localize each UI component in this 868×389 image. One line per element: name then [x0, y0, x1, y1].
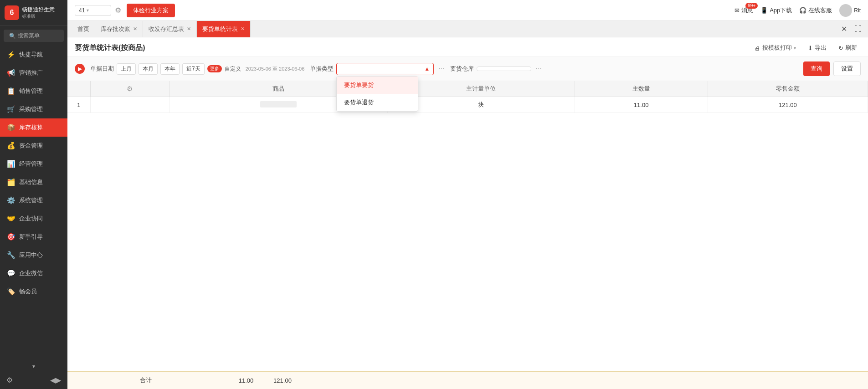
sidebar-item-guide[interactable]: 🎯新手引导 — [0, 228, 67, 246]
settings-icon[interactable]: ⚙ — [6, 376, 13, 384]
refresh-btn[interactable]: ↻ 刷新 — [835, 42, 861, 54]
more-date-badge[interactable]: 更多 — [207, 65, 222, 72]
print-chevron-icon: ▾ — [794, 46, 796, 51]
footer-label: 合计 — [118, 376, 173, 384]
app-logo-icon: 6 — [5, 5, 19, 20]
sidebar-item-label: 企业微信 — [19, 269, 43, 277]
app-download-btn[interactable]: 📱 App下载 — [760, 6, 792, 15]
doc-type-chevron-icon[interactable]: ▲ — [421, 66, 433, 72]
tab-receive-summary[interactable]: 收发存汇总表✕ — [143, 21, 197, 37]
sidebar-item-operations[interactable]: 📊经营管理 — [0, 155, 67, 173]
warehouse-filter-group: 要货仓库 ··· — [450, 65, 542, 73]
collapse-icon[interactable]: ◀▶ — [50, 376, 61, 384]
topbar-right: ✉ 消息 99+ 📱 App下载 🎧 在线客服 Rit — [734, 4, 861, 17]
topbar-settings-icon[interactable]: ⚙ — [115, 6, 121, 15]
filter-more-icon[interactable]: ··· — [438, 65, 444, 73]
col-amount: 零售金额 — [708, 81, 868, 97]
member-icon: 🏷️ — [6, 287, 15, 296]
sidebar-footer: ⚙ ◀▶ — [0, 371, 67, 389]
dropdown-option-return[interactable]: 要货单退货 — [337, 94, 418, 111]
sidebar-item-marketing[interactable]: 📢营销推广 — [0, 64, 67, 82]
settings-button[interactable]: 设置 — [833, 61, 861, 76]
print-btn[interactable]: 🖨 按模板打印 ▾ — [751, 42, 800, 54]
download-icon: 📱 — [760, 7, 768, 14]
tab-label: 库存批次账 — [101, 25, 130, 33]
online-service-btn[interactable]: 🎧 在线客服 — [799, 6, 832, 15]
message-btn[interactable]: ✉ 消息 99+ — [734, 6, 753, 15]
data-table: ⚙商品主计量单位主数量零售金额 1 块 11.00 121.00 — [67, 81, 868, 113]
message-badge: 99+ — [745, 3, 758, 9]
company-selector[interactable]: 41 ▾ — [75, 5, 111, 16]
last-7-days-btn[interactable]: 近7天 — [182, 63, 205, 75]
sidebar-item-sales[interactable]: 📋销售管理 — [0, 82, 67, 100]
trial-button[interactable]: 体验行业方案 — [127, 4, 175, 17]
filter-expand-btn[interactable]: ▶ — [75, 64, 85, 74]
tab-home[interactable]: 首页 — [72, 21, 95, 37]
row-index: 1 — [67, 97, 90, 113]
sidebar-item-label: 快捷导航 — [19, 51, 43, 59]
sidebar-item-member[interactable]: 🏷️畅会员 — [0, 282, 67, 301]
sidebar-item-label: 经营管理 — [19, 160, 43, 168]
tabbar-actions: ✕ ⛶ — [839, 24, 863, 34]
query-button[interactable]: 查询 — [803, 61, 830, 76]
last-month-btn[interactable]: 上月 — [117, 63, 136, 75]
sidebar-item-system[interactable]: ⚙️系统管理 — [0, 191, 67, 210]
expand-btn[interactable]: ⛶ — [853, 24, 863, 34]
tab-batch-account[interactable]: 库存批次账✕ — [95, 21, 143, 37]
guide-icon: 🎯 — [6, 232, 15, 241]
wechat-icon: 💬 — [6, 269, 15, 278]
date-range-display: 2023-05-06 至 2023-06-06 — [246, 66, 305, 72]
col-index — [67, 81, 90, 97]
table-header-row: ⚙商品主计量单位主数量零售金额 — [67, 81, 868, 97]
sidebar-scroll-down[interactable]: ▼ — [0, 362, 67, 371]
tab-order-stats[interactable]: 要货单统计表✕ — [197, 21, 251, 37]
tab-close-icon[interactable]: ✕ — [133, 26, 137, 32]
sidebar: 6 畅捷通好生意 标准版 🔍 搜索菜单 ⚡快捷导航📢营销推广📋销售管理🛒采购管理… — [0, 0, 67, 389]
this-month-btn[interactable]: 本月 — [139, 63, 158, 75]
sidebar-item-label: 企业协同 — [19, 215, 43, 223]
sidebar-item-enterprise[interactable]: 🤝企业协同 — [0, 210, 67, 228]
table-footer: 合计 11.00 121.00 — [67, 371, 868, 389]
export-btn[interactable]: ⬇ 导出 — [804, 42, 830, 54]
message-icon: ✉ — [734, 7, 740, 14]
sidebar-item-wechat[interactable]: 💬企业微信 — [0, 264, 67, 282]
table-row: 1 块 11.00 121.00 — [67, 97, 868, 113]
quick-nav-icon: ⚡ — [6, 50, 15, 59]
date-label: 单据日期 — [90, 65, 114, 73]
doc-type-input[interactable] — [337, 63, 421, 75]
tab-close-icon[interactable]: ✕ — [241, 26, 245, 32]
sidebar-item-inventory[interactable]: 📦库存核算 — [0, 118, 67, 137]
basic-info-icon: 🗂️ — [6, 178, 15, 187]
doc-type-filter-group: 单据类型 ▲ 要货单要货要货单退货 ··· — [310, 63, 444, 75]
app-center-icon: 🔧 — [6, 251, 15, 260]
row-amount: 121.00 — [708, 97, 868, 113]
warehouse-more-icon[interactable]: ··· — [536, 65, 542, 73]
sidebar-item-label: 资金管理 — [19, 142, 43, 150]
marketing-icon: 📢 — [6, 68, 15, 77]
sidebar-item-purchase[interactable]: 🛒采购管理 — [0, 100, 67, 118]
sidebar-search[interactable]: 🔍 搜索菜单 — [4, 30, 64, 42]
warehouse-label: 要货仓库 — [450, 65, 474, 73]
tab-label: 要货单统计表 — [202, 25, 238, 33]
refresh-icon: ↻ — [838, 45, 843, 51]
tab-close-icon[interactable]: ✕ — [187, 26, 191, 32]
sidebar-item-basic-info[interactable]: 🗂️基础信息 — [0, 173, 67, 191]
main-area: 41 ▾ ⚙ 体验行业方案 ✉ 消息 99+ 📱 App下载 🎧 在线客服 R — [67, 0, 868, 389]
user-avatar[interactable]: Rit — [839, 4, 861, 17]
sidebar-item-app-center[interactable]: 🔧应用中心 — [0, 246, 67, 264]
col-settings: ⚙ — [90, 81, 169, 97]
sidebar-item-quick-nav[interactable]: ⚡快捷导航 — [0, 46, 67, 64]
page-header: 要货单统计表(按商品) 🖨 按模板打印 ▾ ⬇ 导出 ↻ 刷新 — [67, 37, 868, 57]
close-all-btn[interactable]: ✕ — [839, 24, 849, 34]
row-quantity: 11.00 — [575, 97, 708, 113]
sidebar-item-label: 系统管理 — [19, 196, 43, 205]
dropdown-option-order[interactable]: 要货单要货 — [337, 77, 418, 94]
warehouse-dropdown[interactable] — [477, 67, 531, 71]
sidebar-item-label: 畅会员 — [19, 287, 37, 296]
col-settings-icon[interactable]: ⚙ — [127, 85, 133, 92]
custom-date-btn[interactable]: 自定义 — [225, 65, 241, 73]
doc-type-dropdown[interactable]: ▲ — [336, 63, 434, 75]
this-year-btn[interactable]: 本年 — [160, 63, 180, 75]
system-icon: ⚙️ — [6, 196, 15, 205]
sidebar-item-finance[interactable]: 💰资金管理 — [0, 137, 67, 155]
